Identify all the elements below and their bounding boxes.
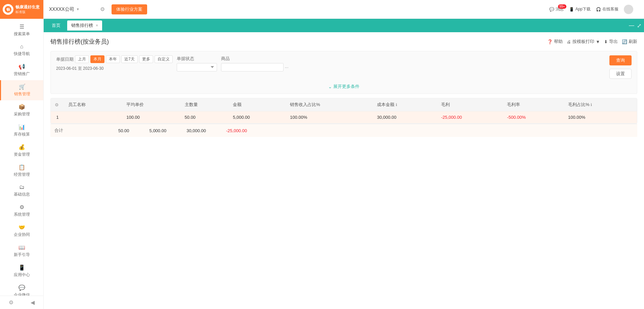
service-label: 在线客服 bbox=[602, 6, 618, 12]
trial-button[interactable]: 体验行业方案 bbox=[112, 4, 147, 14]
company-settings-icon[interactable]: ⚙ bbox=[100, 6, 105, 12]
sidebar-item-wechat[interactable]: 💬 企业微信 bbox=[0, 281, 43, 296]
logo-icon: 畅 bbox=[3, 4, 13, 15]
goods-filter-label: 商品 bbox=[221, 56, 289, 62]
date-filter-field: 单据日期 上月 本月 本年 近7天 更多 自定义 2023-06-01 至 20… bbox=[56, 55, 173, 71]
sidebar-item-system[interactable]: ⚙ 系统管理 bbox=[0, 201, 43, 221]
sidebar-label-quicknav: 快捷导航 bbox=[14, 51, 30, 57]
help-icon: ❓ bbox=[547, 39, 553, 44]
tab-sales-ranking-label: 销售排行榜 bbox=[71, 22, 93, 29]
td-employee-name bbox=[64, 111, 122, 123]
topbar-right: 💬 消息 99+ 📱 App下载 🎧 在线客服 bbox=[549, 5, 639, 14]
footer-cost: 30,000.00 bbox=[186, 128, 206, 133]
th-gross: 毛利 bbox=[437, 98, 503, 111]
th-cost: 成本金额 ℹ bbox=[373, 98, 437, 111]
sidebar-label-system: 系统管理 bbox=[14, 212, 30, 217]
print-button[interactable]: 🖨 按模板打印 ▼ bbox=[567, 39, 600, 45]
sidebar-label-basic-info: 基础信息 bbox=[14, 192, 30, 197]
sidebar-item-basic-info[interactable]: 🗂 基础信息 bbox=[0, 181, 43, 201]
td-revenue-pct: 100.00% bbox=[286, 111, 373, 123]
set-button[interactable]: 设置 bbox=[609, 69, 632, 79]
status-select[interactable] bbox=[177, 63, 217, 71]
date-filter-label: 单据日期 bbox=[56, 56, 74, 62]
export-label: 导出 bbox=[609, 39, 618, 45]
th-employee-name: 员工名称 bbox=[64, 98, 122, 111]
th-amount: 金额 bbox=[229, 98, 286, 111]
print-label: 按模板打印 bbox=[572, 39, 594, 45]
expand-more-button[interactable]: ⌄ 展开更多条件 bbox=[56, 82, 632, 90]
basic-info-icon: 🗂 bbox=[19, 184, 25, 190]
sidebar-item-operations[interactable]: 📋 经营管理 bbox=[0, 161, 43, 181]
sidebar-item-collab[interactable]: 🤝 企业协同 bbox=[0, 221, 43, 241]
sales-icon: 🛒 bbox=[19, 84, 26, 90]
collapse-sidebar-button[interactable]: ◀ bbox=[31, 299, 35, 306]
footer-qty: 50.00 bbox=[118, 128, 129, 133]
td-gross-pct: 100.00% bbox=[564, 111, 637, 123]
date-btn-7days[interactable]: 近7天 bbox=[121, 55, 138, 63]
filter-fields: 单据日期 上月 本月 本年 近7天 更多 自定义 2023-06-01 至 20… bbox=[56, 55, 604, 71]
date-btn-more[interactable]: 更多 bbox=[139, 55, 153, 63]
settings-icon[interactable]: ⚙ bbox=[55, 102, 59, 107]
query-button[interactable]: 查询 bbox=[609, 55, 632, 65]
sidebar-item-quicknav[interactable]: ⌂ 快捷导航 bbox=[0, 40, 43, 60]
online-service-button[interactable]: 🎧 在线客服 bbox=[596, 6, 618, 12]
date-btn-custom[interactable]: 自定义 bbox=[155, 55, 173, 63]
avatar[interactable] bbox=[624, 5, 633, 14]
message-icon: 💬 bbox=[549, 7, 554, 12]
sidebar-item-marketing[interactable]: 📢 营销推广 bbox=[0, 60, 43, 80]
tabbar-controls: — ⤢ bbox=[629, 22, 641, 29]
tab-sales-ranking[interactable]: 销售排行榜 × bbox=[67, 20, 102, 31]
td-margin: -500.00% bbox=[503, 111, 564, 123]
goods-input[interactable] bbox=[221, 63, 284, 71]
sidebar-label-guide: 新手引导 bbox=[14, 252, 30, 258]
company-selector[interactable]: XXXXX公司 ▼ bbox=[49, 6, 96, 12]
sidebar-item-finance[interactable]: 💰 资金管理 bbox=[0, 141, 43, 161]
message-button[interactable]: 💬 消息 99+ bbox=[549, 6, 564, 12]
tab-home[interactable]: 首页 bbox=[46, 19, 66, 32]
footer-gross: -25,000.00 bbox=[226, 128, 247, 133]
th-qty: 主数量 bbox=[181, 98, 229, 111]
td-qty: 50.00 bbox=[181, 111, 229, 123]
settings-footer-button[interactable]: ⚙ bbox=[9, 299, 13, 306]
sidebar-item-search[interactable]: ☰ 搜索菜单 bbox=[0, 20, 43, 40]
sidebar-nav: ☰ 搜索菜单 ⌂ 快捷导航 📢 营销推广 🛒 销售管理 📦 采购管理 📊 库存核… bbox=[0, 19, 43, 296]
sidebar-item-inventory[interactable]: 📊 库存核算 bbox=[0, 120, 43, 141]
page: 销售排行榜(按业务员) ❓ 帮助 🖨 按模板打印 ▼ ⬇ 导出 bbox=[44, 32, 644, 309]
date-btn-last-month[interactable]: 上月 bbox=[75, 55, 89, 63]
export-button[interactable]: ⬇ 导出 bbox=[604, 39, 618, 45]
status-filter-field: 单据状态 bbox=[177, 56, 217, 71]
appstore-icon: 📱 bbox=[18, 264, 25, 271]
help-button[interactable]: ❓ 帮助 bbox=[547, 39, 563, 45]
date-btn-this-year[interactable]: 本年 bbox=[106, 55, 120, 63]
date-btn-this-month[interactable]: 本月 bbox=[90, 55, 104, 63]
export-icon: ⬇ bbox=[604, 39, 608, 44]
td-rank: 1 bbox=[51, 111, 64, 123]
th-gross-pct: 毛利占比% ℹ bbox=[564, 98, 637, 111]
refresh-button[interactable]: 🔄 刷新 bbox=[622, 39, 637, 45]
sidebar-item-sales[interactable]: 🛒 销售管理 bbox=[0, 80, 43, 100]
help-label: 帮助 bbox=[554, 39, 563, 45]
td-amount: 5,000.00 bbox=[229, 111, 286, 123]
th-settings[interactable]: ⚙ bbox=[51, 98, 64, 111]
sidebar-item-appstore[interactable]: 📱 应用中心 bbox=[0, 261, 43, 281]
th-margin: 毛利率 bbox=[503, 98, 564, 111]
main-area: XXXXX公司 ▼ ⚙ 体验行业方案 💬 消息 99+ 📱 App下载 🎧 在线… bbox=[44, 0, 644, 309]
sidebar-label-sales: 销售管理 bbox=[14, 91, 30, 97]
td-cost: 30,000.00 bbox=[373, 111, 437, 123]
tab-close-icon[interactable]: × bbox=[96, 23, 98, 28]
app-download-button[interactable]: 📱 App下载 bbox=[569, 6, 591, 12]
headset-icon: 🎧 bbox=[596, 7, 601, 12]
date-range-display: 2023-06-01 至 2023-06-30 bbox=[56, 66, 173, 71]
tab-minimize-icon[interactable]: — bbox=[629, 22, 634, 29]
expand-label: 展开更多条件 bbox=[333, 84, 359, 90]
status-filter-label: 单据状态 bbox=[177, 56, 217, 62]
goods-more-icon[interactable]: ··· bbox=[285, 65, 289, 70]
tab-maximize-icon[interactable]: ⤢ bbox=[637, 22, 641, 29]
search-menu-icon: ☰ bbox=[19, 23, 24, 30]
marketing-icon: 📢 bbox=[18, 63, 25, 70]
sidebar-label-collab: 企业协同 bbox=[14, 232, 30, 238]
sidebar-item-purchase[interactable]: 📦 采购管理 bbox=[0, 100, 43, 120]
data-table: ⚙ 员工名称 平均单价 主数量 金额 销售收入占比% 成本金额 ℹ 毛利 毛利率… bbox=[50, 98, 637, 124]
sidebar-label-finance: 资金管理 bbox=[14, 152, 30, 157]
sidebar-item-guide[interactable]: 📖 新手引导 bbox=[0, 241, 43, 261]
